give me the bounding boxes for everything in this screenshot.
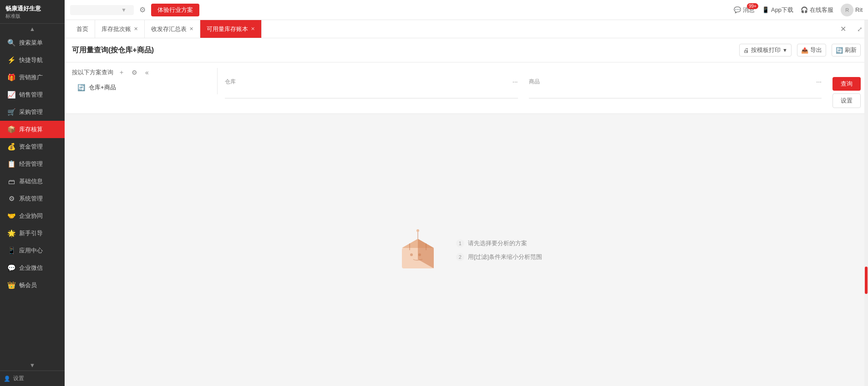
app-download-btn[interactable]: 📱 App下载 bbox=[762, 6, 793, 14]
sidebar-item-system[interactable]: ⚙ 系统管理 bbox=[0, 190, 65, 207]
tab-available-close[interactable]: ✕ bbox=[251, 26, 255, 32]
sidebar-icon-inventory: 📦 bbox=[7, 125, 15, 134]
brand-area: 畅康通好生意 标准版 bbox=[0, 0, 65, 24]
sidebar-icon-marketing: 🎁 bbox=[7, 73, 15, 82]
message-btn[interactable]: 💬 消息 99+ bbox=[734, 6, 755, 14]
filter-field-warehouse: 仓库 ··· bbox=[225, 78, 518, 98]
empty-state: 1 请先选择要分析的方案 2 用[过滤]条件来缩小分析范围 bbox=[65, 114, 868, 386]
filter-warehouse-more[interactable]: ··· bbox=[513, 78, 518, 85]
brand-name: 畅康通好生意 bbox=[5, 5, 59, 13]
scheme-item-warehouse-goods[interactable]: 🔄 仓库+商品 bbox=[72, 81, 210, 94]
user-area[interactable]: R Rit bbox=[841, 4, 863, 16]
phone-icon: 📱 bbox=[762, 6, 769, 13]
tab-summary-label: 收发存汇总表 bbox=[151, 25, 187, 33]
sidebar-label-inventory: 库存核算 bbox=[19, 125, 43, 134]
trial-btn[interactable]: 体验行业方案 bbox=[151, 4, 199, 16]
online-service-label: 在线客服 bbox=[810, 6, 833, 14]
export-icon: 📤 bbox=[801, 47, 808, 54]
scroll-up-btn[interactable]: ▲ bbox=[0, 24, 65, 34]
print-icon: 🖨 bbox=[743, 47, 749, 54]
filter-goods-input[interactable] bbox=[529, 87, 822, 98]
content-area: 可用量查询(按仓库+商品) 🖨 按模板打印 ▼ 📤 导出 🔄 刷新 bbox=[65, 38, 868, 386]
filter-goods-more[interactable]: ··· bbox=[816, 78, 822, 85]
scrollbar-thumb[interactable] bbox=[865, 267, 868, 294]
sidebar-item-sales[interactable]: 📈 销售管理 bbox=[0, 86, 65, 103]
print-dropdown-icon[interactable]: ▼ bbox=[782, 47, 787, 53]
sidebar-item-basic[interactable]: 🗃 基础信息 bbox=[0, 173, 65, 190]
sidebar-label-appcenter: 应用中心 bbox=[19, 247, 43, 255]
filter-warehouse-label-row: 仓库 ··· bbox=[225, 78, 518, 86]
refresh-btn[interactable]: 🔄 刷新 bbox=[832, 44, 861, 57]
empty-illustration bbox=[391, 223, 445, 278]
sidebar-item-appcenter[interactable]: 📱 应用中心 bbox=[0, 242, 65, 259]
sidebar-item-member[interactable]: 👑 畅会员 bbox=[0, 277, 65, 294]
sidebar-bottom: 👤 设置 bbox=[0, 371, 65, 386]
filter-goods-label-row: 商品 ··· bbox=[529, 78, 822, 86]
export-btn[interactable]: 📤 导出 bbox=[797, 44, 826, 57]
sidebar-item-marketing[interactable]: 🎁 营销推广 bbox=[0, 69, 65, 86]
tab-summary-close[interactable]: ✕ bbox=[189, 26, 193, 32]
online-service-btn[interactable]: 🎧 在线客服 bbox=[801, 6, 833, 14]
sidebar-label-sales: 销售管理 bbox=[19, 91, 43, 99]
hint-text-2: 用[过滤]条件来缩小分析范围 bbox=[468, 253, 542, 261]
sidebar-item-wechat[interactable]: 💬 企业微信 bbox=[0, 259, 65, 277]
sidebar-label-shortcut: 快捷导航 bbox=[19, 56, 43, 64]
svg-point-5 bbox=[410, 253, 413, 256]
tab-batch-close[interactable]: ✕ bbox=[134, 26, 138, 32]
print-btn[interactable]: 🖨 按模板打印 ▼ bbox=[739, 44, 792, 57]
svg-point-6 bbox=[418, 253, 421, 256]
sidebar-icon-member: 👑 bbox=[7, 281, 15, 289]
empty-hint-2: 2 用[过滤]条件来缩小分析范围 bbox=[456, 253, 542, 261]
sidebar-icon-search: 🔍 bbox=[7, 39, 15, 47]
query-btn[interactable]: 查询 bbox=[832, 77, 861, 91]
dropdown-icon[interactable]: ▼ bbox=[121, 7, 127, 13]
sidebar-item-inventory[interactable]: 📦 库存核算 bbox=[0, 121, 65, 138]
sidebar-icon-purchase: 🛒 bbox=[7, 108, 15, 116]
sidebar-item-enterprise[interactable]: 🤝 企业协同 bbox=[0, 207, 65, 225]
gear-icon[interactable]: ⚙ bbox=[137, 4, 147, 16]
sidebar-item-newguide[interactable]: 🌟 新手引导 bbox=[0, 225, 65, 242]
sidebar-item-shortcut[interactable]: ⚡ 快捷导航 bbox=[0, 51, 65, 69]
sidebar-label-purchase: 采购管理 bbox=[19, 108, 43, 116]
sidebar-item-purchase[interactable]: 🛒 采购管理 bbox=[0, 103, 65, 121]
tab-batch[interactable]: 库存批次账 ✕ bbox=[95, 20, 145, 38]
tab-home[interactable]: 首页 bbox=[70, 20, 95, 38]
tab-available[interactable]: 可用量库存账本 ✕ bbox=[200, 20, 262, 38]
scroll-down-btn[interactable]: ▼ bbox=[0, 360, 65, 371]
hint-text-1: 请先选择要分析的方案 bbox=[468, 239, 527, 247]
message-icon: 💬 bbox=[734, 6, 741, 13]
filter-warehouse-input[interactable] bbox=[225, 87, 518, 98]
export-label: 导出 bbox=[810, 46, 822, 54]
sidebar-label-marketing: 营销推广 bbox=[19, 73, 43, 82]
sidebar-label-search: 搜索菜单 bbox=[19, 39, 43, 47]
add-scheme-btn[interactable]: ＋ bbox=[117, 68, 126, 77]
sidebar-item-finance[interactable]: 💰 资金管理 bbox=[0, 138, 65, 155]
sidebar-icon-enterprise: 🤝 bbox=[7, 212, 15, 220]
filter-field-goods: 商品 ··· bbox=[529, 78, 822, 98]
app-download-label: App下载 bbox=[771, 6, 793, 14]
refresh-label: 刷新 bbox=[845, 46, 857, 54]
tab-available-label: 可用量库存账本 bbox=[207, 25, 248, 33]
settings-btn[interactable]: 设置 bbox=[832, 93, 861, 108]
sidebar-icon-basic: 🗃 bbox=[7, 177, 15, 185]
filter-right: 仓库 ··· 商品 ··· 查询 设置 bbox=[225, 68, 861, 108]
search-input[interactable] bbox=[74, 7, 119, 13]
bottom-icon: 👤 bbox=[4, 376, 10, 382]
sidebar-icon-system: ⚙ bbox=[7, 195, 15, 203]
sidebar-icon-wechat: 💬 bbox=[7, 264, 15, 272]
tab-summary[interactable]: 收发存汇总表 ✕ bbox=[145, 20, 200, 38]
sidebar-icon-shortcut: ⚡ bbox=[7, 56, 15, 64]
scheme-settings-btn[interactable]: ⚙ bbox=[130, 68, 139, 77]
topbar-right: 💬 消息 99+ 📱 App下载 🎧 在线客服 R Rit bbox=[734, 4, 863, 16]
sidebar-item-operation[interactable]: 📋 经营管理 bbox=[0, 155, 65, 173]
sidebar-item-search[interactable]: 🔍 搜索菜单 bbox=[0, 34, 65, 51]
collapse-btn[interactable]: « bbox=[142, 68, 152, 77]
scheme-item-icon: 🔄 bbox=[77, 84, 85, 91]
tabbar: 首页 库存批次账 ✕ 收发存汇总表 ✕ 可用量库存账本 ✕ ✕ ⤢ bbox=[65, 20, 868, 38]
svg-point-8 bbox=[416, 229, 419, 232]
right-scrollbar[interactable] bbox=[864, 20, 868, 386]
sidebar-icon-finance: 💰 bbox=[7, 143, 15, 151]
sidebar-label-member: 畅会员 bbox=[19, 281, 37, 289]
tab-close-all-btn[interactable]: ✕ bbox=[835, 21, 852, 37]
hint-num-2: 2 bbox=[456, 253, 464, 261]
